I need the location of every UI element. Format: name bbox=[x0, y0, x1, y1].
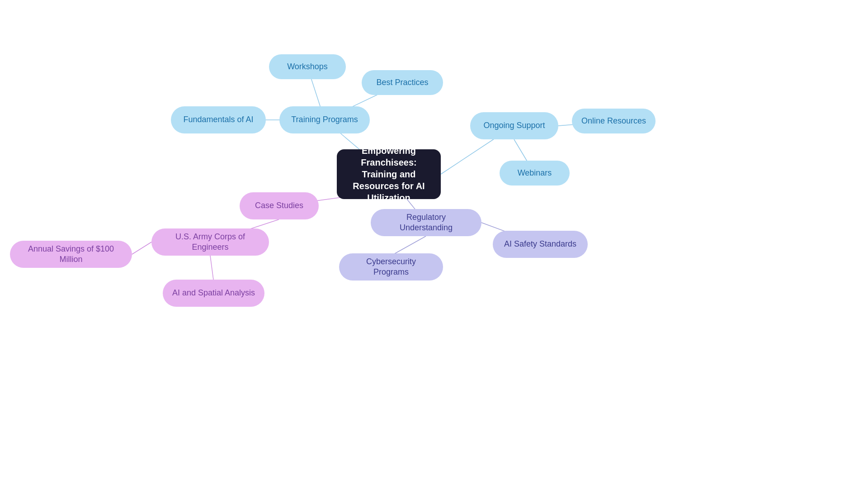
node-annual-savings[interactable]: Annual Savings of $100 Million bbox=[10, 241, 132, 268]
svg-line-12 bbox=[210, 256, 213, 280]
node-us-army[interactable]: U.S. Army Corps of Engineers bbox=[151, 228, 269, 256]
node-ai-safety-standards[interactable]: AI Safety Standards bbox=[493, 231, 588, 258]
node-cybersecurity-programs[interactable]: Cybersecurity Programs bbox=[339, 253, 443, 281]
node-online-resources[interactable]: Online Resources bbox=[572, 109, 656, 133]
node-case-studies[interactable]: Case Studies bbox=[240, 192, 319, 219]
node-webinars[interactable]: Webinars bbox=[500, 161, 570, 186]
center-node: Empowering Franchisees: Training and Res… bbox=[337, 149, 441, 199]
svg-line-13 bbox=[132, 242, 151, 254]
node-workshops[interactable]: Workshops bbox=[269, 54, 346, 79]
node-ai-spatial[interactable]: AI and Spatial Analysis bbox=[163, 280, 264, 307]
node-regulatory-understanding[interactable]: Regulatory Understanding bbox=[371, 209, 481, 236]
svg-line-8 bbox=[391, 236, 426, 256]
node-training-programs[interactable]: Training Programs bbox=[279, 106, 370, 133]
node-ongoing-support[interactable]: Ongoing Support bbox=[470, 112, 558, 139]
node-fundamentals-ai[interactable]: Fundamentals of AI bbox=[171, 106, 266, 133]
node-best-practices[interactable]: Best Practices bbox=[362, 70, 443, 95]
